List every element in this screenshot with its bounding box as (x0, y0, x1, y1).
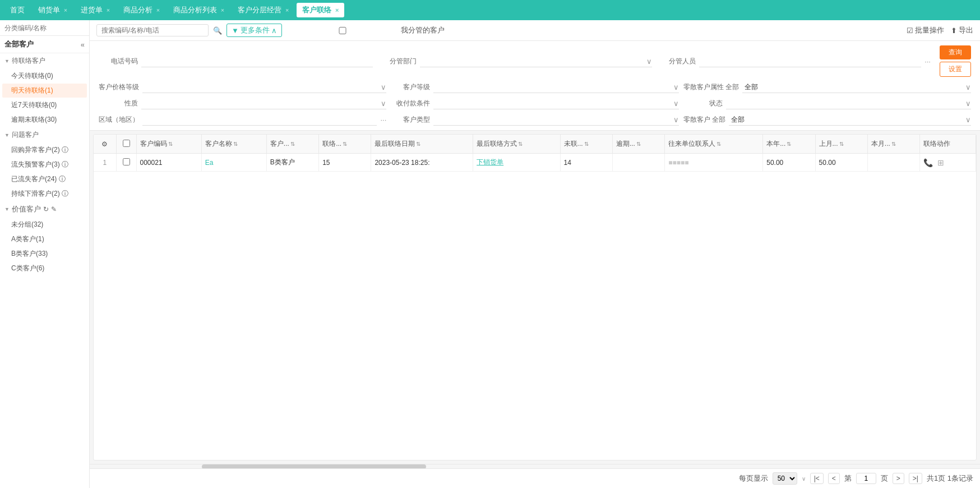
pagination-bar: 每页显示 50 ∨ |< < 第 页 > >| 共1页 1条记录 (90, 468, 980, 488)
sidebar-item-churn-warning[interactable]: 流失预警客户(3) ⓘ (2, 158, 87, 172)
my-customers-checkbox[interactable] (286, 27, 399, 34)
row-name[interactable]: Ea (201, 154, 266, 172)
nav-close-sales[interactable]: × (64, 7, 67, 13)
filter-phone-input[interactable] (141, 56, 373, 67)
last-page-button[interactable]: >| (909, 473, 922, 484)
sidebar-item-abnormal-repurchase[interactable]: 回购异常客户(2) ⓘ (2, 143, 87, 157)
row-select-checkbox[interactable] (123, 158, 130, 165)
settings-button[interactable]: 设置 (940, 62, 971, 77)
table-row: 1 000021 Ea B类客户 15 2023-05-23 18:25: 下销… (94, 154, 976, 172)
filter-retail-attr-select[interactable]: 全部 (742, 81, 971, 93)
table-header: ⚙ 客户编码⇅ 客户名称⇅ 客户...⇅ 联络...⇅ 最后联络日期⇅ 最后联络… (94, 135, 976, 154)
sidebar-item-class-a[interactable]: A类客户(1) (2, 232, 87, 246)
filter-payment-select[interactable] (433, 98, 678, 109)
nav-close-product-analysis-list[interactable]: × (221, 7, 224, 13)
col-overdue[interactable]: 逾期...⇅ (612, 135, 664, 154)
row-no: 1 (94, 154, 116, 172)
nav-customer-contact[interactable]: 客户联络 × (297, 3, 344, 17)
horizontal-scrollbar[interactable] (90, 464, 980, 468)
edit-icon[interactable]: ✎ (51, 205, 57, 213)
first-page-button[interactable]: |< (810, 473, 824, 484)
select-all-checkbox[interactable] (123, 140, 130, 147)
filter-retail-customer: 零散客户 全部 全部 ∨ (683, 114, 971, 126)
query-button[interactable]: 查询 (940, 45, 971, 59)
more-conditions-button[interactable]: ▼ 更多条件 ∧ (226, 24, 282, 37)
col-unit-contact[interactable]: 往来单位联系人⇅ (665, 135, 763, 154)
sidebar-item-7day-contact[interactable]: 近7天待联络(0) (2, 98, 87, 112)
sort-unit-icon: ⇅ (716, 141, 721, 147)
nav-close-customer-layering[interactable]: × (285, 7, 289, 13)
nav-customer-layering[interactable]: 客户分层经营 × (232, 3, 294, 17)
search-input[interactable] (96, 24, 209, 36)
nav-sales[interactable]: 销货单 × (33, 3, 73, 17)
col-this-month[interactable]: 本月...⇅ (867, 135, 919, 154)
nav-close-product-analysis[interactable]: × (156, 7, 160, 13)
sidebar-item-today-contact[interactable]: 今天待联络(0) (2, 69, 87, 83)
filter-dept: 分管部门 ∨ (377, 56, 651, 67)
phone-action-icon[interactable]: 📞 (923, 158, 933, 167)
filter-person-input[interactable] (699, 56, 921, 67)
row-checkbox[interactable] (116, 154, 136, 172)
payment-chevron-icon: ∨ (673, 99, 679, 108)
batch-op-button[interactable]: ☑ 批量操作 (907, 25, 944, 35)
filter-status: 状态 ∨ (683, 98, 971, 109)
grid-action-icon[interactable]: ⊞ (937, 158, 944, 167)
problem-customers-group[interactable]: 问题客户 (0, 127, 89, 142)
nav-product-analysis-list[interactable]: 商品分析列表 × (168, 3, 230, 17)
filter-customer-level-select[interactable] (433, 81, 678, 93)
col-customer-type[interactable]: 客户...⇅ (266, 135, 318, 154)
col-last-month[interactable]: 上月...⇅ (815, 135, 867, 154)
all-customers-label[interactable]: 全部客户 (4, 39, 34, 49)
prev-page-button[interactable]: < (828, 473, 840, 484)
col-last-contact-date[interactable]: 最后联络日期⇅ (371, 135, 473, 154)
col-customer-code[interactable]: 客户编码⇅ (136, 135, 201, 154)
sidebar-collapse-icon[interactable]: « (81, 40, 85, 49)
region-more-icon[interactable]: ··· (380, 116, 386, 124)
value-customers-group[interactable]: 价值客户 ↻ ✎ (0, 201, 89, 217)
col-settings[interactable]: ⚙ (94, 135, 116, 154)
nav-home[interactable]: 首页 (4, 3, 30, 17)
col-contact-count[interactable]: 联络...⇅ (319, 135, 371, 154)
col-last-contact-way[interactable]: 最后联络方式⇅ (473, 135, 560, 154)
sidebar-item-ungrouped[interactable]: 未分组(32) (2, 218, 87, 232)
filter-retail-customer-label: 零散客户 全部 (683, 115, 725, 125)
sidebar-item-overdue-contact[interactable]: 逾期未联络(30) (2, 113, 87, 127)
filter-customer-type-select[interactable] (433, 114, 678, 126)
col-this-year[interactable]: 本年...⇅ (763, 135, 815, 154)
pending-contact-group[interactable]: 待联络客户 (0, 53, 89, 68)
filter-nature-select[interactable] (141, 98, 386, 109)
filter-retail-customer-select[interactable]: 全部 (729, 114, 971, 126)
row-code: 000021 (136, 154, 201, 172)
filter-bar-actions: ☑ 批量操作 ⬆ 导出 (907, 25, 973, 35)
row-last-contact-way[interactable]: 下销货单 (473, 154, 560, 172)
sidebar-item-churned[interactable]: 已流失客户(24) ⓘ (2, 172, 87, 186)
sidebar-item-tomorrow-contact[interactable]: 明天待联络(1) (2, 84, 87, 98)
sidebar-item-class-c[interactable]: C类客户(6) (2, 261, 87, 275)
filter-status-select[interactable] (726, 98, 971, 109)
person-more-icon[interactable]: ··· (924, 57, 931, 66)
my-customers-checkbox-area[interactable]: 我分管的客户 (286, 25, 445, 35)
filter-dept-select[interactable] (420, 56, 651, 67)
page-suffix: 页 (881, 473, 888, 484)
nav-purchase[interactable]: 进货单 × (75, 3, 115, 17)
nav-close-purchase[interactable]: × (107, 7, 110, 13)
export-button[interactable]: ⬆ 导出 (951, 25, 973, 35)
page-number-input[interactable] (856, 473, 876, 484)
all-customers-section: 全部客户 « (0, 36, 89, 53)
col-customer-name[interactable]: 客户名称⇅ (201, 135, 266, 154)
nav-close-customer-contact[interactable]: × (335, 7, 339, 13)
refresh-icon[interactable]: ↻ (43, 205, 49, 213)
per-page-select[interactable]: 50 (773, 472, 797, 485)
col-uncontacted[interactable]: 未联...⇅ (560, 135, 612, 154)
sidebar-item-declining[interactable]: 持续下滑客户(2) ⓘ (2, 187, 87, 201)
sidebar-search-input[interactable] (4, 24, 89, 32)
sidebar-item-class-b[interactable]: B类客户(33) (2, 247, 87, 261)
next-page-button[interactable]: > (893, 473, 904, 484)
nav-product-analysis[interactable]: 商品分析 × (118, 3, 165, 17)
scrollbar-thumb[interactable] (202, 464, 426, 468)
filter-price-level-select[interactable] (142, 81, 386, 93)
chevron-up-icon: ∧ (271, 26, 277, 35)
search-icon[interactable]: 🔍 (213, 26, 222, 35)
col-checkbox (116, 135, 136, 154)
filter-region-input[interactable] (142, 114, 377, 126)
